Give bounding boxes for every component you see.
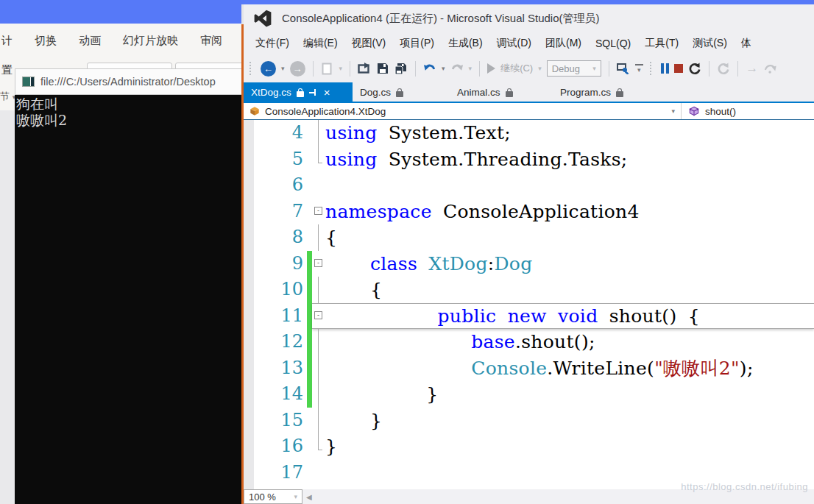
line-number[interactable]: 4 [244, 120, 307, 146]
vs-titlebar[interactable]: ConsoleApplication4 (正在运行) - Microsoft V… [244, 4, 814, 32]
continue-play-icon[interactable] [487, 63, 495, 74]
fold-margin [312, 120, 325, 146]
code-line-5[interactable]: 5using System.Threading.Tasks; [244, 146, 814, 173]
close-icon[interactable]: × [324, 87, 330, 98]
chevron-down-icon[interactable]: ▾ [538, 65, 542, 72]
show-next-statement-button[interactable] [717, 62, 730, 75]
menu-tools[interactable]: 工具(T) [645, 37, 679, 50]
console-titlebar[interactable]: file:///C:/Users/Administrator/Desktop [15, 68, 241, 95]
collapse-icon[interactable]: - [314, 207, 322, 215]
code-line-4[interactable]: 4using System.Text; [244, 120, 814, 146]
ppt-reset-label[interactable]: 置 [1, 63, 13, 77]
debug-configuration-combo[interactable]: Debug▾ [547, 60, 601, 77]
code-line-10[interactable]: 10 { [244, 277, 814, 303]
code-line-14[interactable]: 14 } [244, 381, 814, 408]
fold-margin[interactable]: - [312, 199, 325, 225]
code-line-9[interactable]: 9- class XtDog:Dog [244, 251, 814, 277]
toolbar-grip[interactable] [650, 62, 654, 75]
line-number[interactable]: 16 [244, 433, 307, 460]
undo-button[interactable] [423, 62, 436, 75]
redo-button[interactable] [450, 62, 464, 75]
ppt-tab-slideshow[interactable]: 幻灯片放映 [123, 34, 178, 48]
line-number[interactable]: 11 [244, 303, 307, 330]
pin-icon[interactable] [309, 88, 317, 96]
code-line-13[interactable]: 13 Console.WriteLine("嗷嗷叫2"); [244, 355, 814, 382]
code-line-11[interactable]: 11- public new void shout() { [244, 303, 814, 330]
new-item-button[interactable] [321, 62, 334, 75]
line-number[interactable]: 8 [244, 224, 307, 251]
navigate-back-button[interactable]: ← [261, 61, 276, 77]
lock-icon [396, 91, 403, 97]
menu-architecture-partial[interactable]: 体 [741, 37, 751, 50]
line-number[interactable]: 17 [244, 460, 307, 486]
menu-sql[interactable]: SQL(Q) [595, 38, 631, 49]
scroll-left-icon[interactable]: ◀ [306, 493, 312, 501]
code-line-8[interactable]: 8{ [244, 224, 814, 251]
collapse-icon[interactable]: - [314, 311, 322, 319]
code-line-15[interactable]: 15 } [244, 408, 814, 434]
ppt-tab-animations[interactable]: 动画 [79, 34, 101, 48]
code-editor[interactable]: 4using System.Text;5using System.Threadi… [244, 120, 814, 489]
member-name: shout() [705, 106, 736, 117]
open-file-button[interactable] [358, 62, 371, 75]
member-dropdown[interactable]: shout() [682, 103, 814, 119]
change-tracking-bar [307, 355, 312, 382]
stop-debugging-button[interactable] [674, 64, 683, 73]
menu-bar: 文件(F) 编辑(E) 视图(V) 项目(P) 生成(B) 调试(D) 团队(M… [244, 32, 814, 54]
menu-view[interactable]: 视图(V) [352, 37, 386, 50]
menu-project[interactable]: 项目(P) [400, 37, 434, 50]
menu-team[interactable]: 团队(M) [545, 37, 581, 50]
line-number[interactable]: 7 [244, 199, 307, 225]
menu-test[interactable]: 测试(S) [693, 37, 727, 50]
tab-animal-cs[interactable]: Animal.cs [450, 82, 553, 102]
chevron-down-icon[interactable]: ▾ [469, 65, 473, 72]
line-number[interactable]: 6 [244, 172, 307, 199]
attach-process-button[interactable] [617, 62, 630, 75]
tab-dog-cs[interactable]: Dog.cs [353, 82, 450, 102]
code-line-7[interactable]: 7-namespace ConsoleApplication4 [244, 199, 814, 225]
pause-button[interactable] [661, 63, 669, 74]
save-all-button[interactable] [394, 62, 408, 75]
menu-file[interactable]: 文件(F) [255, 37, 289, 50]
step-over-button[interactable] [764, 62, 777, 75]
toolbar-options-button[interactable]: ▾ [635, 64, 643, 74]
change-tracking-bar [307, 433, 312, 460]
menu-debug[interactable]: 调试(D) [497, 37, 531, 50]
code-line-16[interactable]: 16} [244, 433, 814, 460]
ppt-tab-transitions[interactable]: 切换 [35, 34, 57, 48]
ppt-tab-review[interactable]: 审阅 [200, 34, 222, 48]
restart-button[interactable] [688, 62, 701, 75]
toolbar-grip[interactable] [249, 62, 254, 75]
line-number[interactable]: 5 [244, 146, 307, 173]
chevron-down-icon[interactable]: ▾ [339, 65, 343, 72]
type-dropdown[interactable]: ConsoleApplication4.XtDog ▾ [244, 103, 682, 119]
fold-margin [312, 433, 325, 460]
step-into-button[interactable]: → [746, 62, 759, 75]
menu-build[interactable]: 生成(B) [448, 37, 483, 50]
chevron-down-icon[interactable]: ▾ [281, 65, 285, 72]
line-number[interactable]: 10 [244, 277, 307, 303]
line-number[interactable]: 9 [244, 251, 307, 277]
navigate-forward-button[interactable]: → [290, 61, 305, 77]
code-line-6[interactable]: 6 [244, 172, 814, 199]
ppt-tab-design-partial[interactable]: 计 [1, 34, 13, 48]
fold-margin[interactable]: - [312, 251, 325, 277]
line-number[interactable]: 15 [244, 408, 307, 434]
tab-xtdog-cs[interactable]: XtDog.cs × [244, 82, 353, 102]
continue-button[interactable]: 继续(C) [500, 62, 533, 75]
window-title: ConsoleApplication4 (正在运行) - Microsoft V… [282, 12, 600, 26]
tab-program-cs[interactable]: Program.cs [553, 82, 663, 102]
fold-margin[interactable]: - [312, 304, 325, 329]
ppt-section-dropdown[interactable]: 节 ▾ [0, 90, 15, 103]
line-number[interactable]: 12 [244, 329, 307, 355]
line-number[interactable]: 13 [244, 355, 307, 382]
collapse-icon[interactable]: - [314, 259, 322, 267]
console-app-icon [22, 77, 35, 87]
fold-margin [312, 355, 325, 382]
save-button[interactable] [376, 62, 389, 75]
menu-edit[interactable]: 编辑(E) [303, 37, 338, 50]
code-line-12[interactable]: 12 base.shout(); [244, 329, 814, 355]
line-number[interactable]: 14 [244, 381, 307, 408]
zoom-level-combo[interactable]: 100 % ▾ [244, 489, 302, 504]
chevron-down-icon[interactable]: ▾ [442, 65, 445, 72]
